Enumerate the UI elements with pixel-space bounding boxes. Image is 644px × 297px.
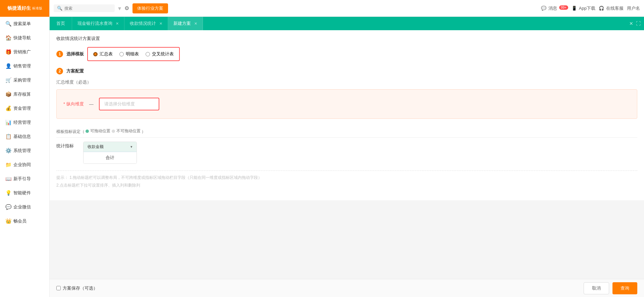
- search-input[interactable]: [64, 6, 111, 11]
- step2-header: 2 方案配置: [56, 68, 637, 75]
- search-icon: 🔍: [57, 6, 62, 11]
- draggable-dot: [86, 130, 89, 133]
- metrics-dropdown-icon[interactable]: ▾: [130, 145, 132, 149]
- top-header: 🔍 ▾ ⚙ 体验行业方案 💬 消息 99+ 📱 App下载 🎧 在线客服 用户名: [50, 0, 644, 17]
- sidebar-item-operations[interactable]: 📊 经营管理: [0, 115, 49, 130]
- brand-name: 畅捷通好生: [7, 5, 31, 11]
- radio-detail-label: 明细表: [126, 51, 139, 57]
- sidebar-label-inventory: 库存核算: [13, 91, 31, 97]
- basic-info-icon: 📋: [5, 134, 11, 140]
- tab-collection-stats[interactable]: 收款情况统计 ✕: [124, 17, 168, 30]
- sidebar-item-quick-nav[interactable]: 🏠 快捷导航: [0, 31, 49, 45]
- sidebar-label-finance: 资金管理: [13, 105, 31, 111]
- sidebar-item-system[interactable]: ⚙️ 系统管理: [0, 144, 49, 158]
- draggable-label: 可拖动位置: [90, 128, 110, 134]
- system-icon: ⚙️: [5, 148, 11, 154]
- page-container: 收款情况统计方案设置 1 选择模板 汇总表: [50, 30, 644, 200]
- tab-home-label: 首页: [56, 20, 65, 27]
- sidebar-item-search-menu[interactable]: 🔍 搜索菜单: [0, 17, 49, 31]
- content-area: 收款情况统计方案设置 1 选择模板 汇总表: [50, 30, 644, 279]
- beginner-guide-icon: 📖: [5, 176, 11, 182]
- sidebar-item-smart-hardware[interactable]: 💡 智能硬件: [0, 186, 49, 200]
- radio-detail-input[interactable]: [119, 52, 124, 56]
- sidebar-item-sales[interactable]: 👤 销售管理: [0, 59, 49, 73]
- save-checkbox[interactable]: [56, 286, 61, 290]
- sidebar-item-beginner-guide[interactable]: 📖 新手引导: [0, 172, 49, 186]
- search-box[interactable]: 🔍: [54, 4, 115, 12]
- footer-bar: 方案保存（可选） 取消 查询: [50, 279, 644, 297]
- sidebar-label-marketing: 营销推广: [13, 49, 31, 55]
- sidebar-item-marketing[interactable]: 🎁 营销推广: [0, 45, 49, 59]
- search-menu-icon: 🔍: [5, 21, 11, 27]
- tab-home[interactable]: 首页: [50, 17, 72, 30]
- step1-header: 1 选择模板 汇总表 明细表: [56, 47, 637, 61]
- smart-hardware-icon: 💡: [5, 190, 11, 196]
- step1-title: 选择模板: [66, 51, 84, 57]
- tab-new-plan[interactable]: 新建方案 ✕: [168, 17, 203, 30]
- message-action[interactable]: 💬 消息 99+: [541, 5, 568, 11]
- non-draggable-indicator: 不可拖动位置: [112, 128, 141, 134]
- radio-summary-label: 汇总表: [100, 51, 113, 57]
- query-button[interactable]: 查询: [612, 282, 637, 294]
- cancel-button[interactable]: 取消: [584, 282, 609, 294]
- quick-nav-icon: 🏠: [5, 35, 11, 41]
- sidebar-item-basic-info[interactable]: 📋 基础信息: [0, 130, 49, 144]
- dimension-row: * 纵向维度 — 请选择分组维度: [63, 98, 630, 110]
- gear-icon[interactable]: ⚙: [124, 5, 129, 11]
- radio-summary[interactable]: 汇总表: [93, 51, 113, 57]
- finance-icon: 💰: [5, 105, 11, 111]
- sidebar-item-enterprise-collab[interactable]: 📁 企业协同: [0, 158, 49, 172]
- tab-bar-end: ✕ ⛶: [626, 17, 644, 30]
- download-label: App下载: [579, 5, 595, 11]
- message-badge: 99+: [559, 5, 568, 10]
- tab-new-plan-close[interactable]: ✕: [194, 21, 197, 26]
- member-icon: 👑: [5, 218, 11, 224]
- dimension-section-title: 汇总维度（必选）: [56, 79, 637, 85]
- dropdown-arrow-icon[interactable]: ▾: [118, 5, 121, 12]
- sidebar-item-finance[interactable]: 💰 资金管理: [0, 101, 49, 115]
- sidebar-label-basic-info: 基础信息: [13, 134, 31, 140]
- tip-2-text: 2.点击标题栏下拉可设置排序、插入列和删除列: [56, 183, 140, 188]
- tab-collection-stats-close[interactable]: ✕: [159, 21, 162, 26]
- message-label: 消息: [548, 5, 557, 11]
- window-close-icon[interactable]: ✕: [629, 21, 633, 26]
- step2-section: 2 方案配置 汇总维度（必选） * 纵向维度 — 请选择分组维度: [56, 68, 637, 188]
- metrics-table-header[interactable]: 收款金额 ▾: [84, 142, 137, 152]
- dimension-arrow: —: [89, 102, 94, 107]
- dimension-select[interactable]: 请选择分组维度: [99, 98, 159, 110]
- sidebar-label-quick-nav: 快捷导航: [13, 35, 31, 41]
- radio-cross[interactable]: 交叉统计表: [146, 51, 174, 57]
- step2-title: 方案配置: [66, 68, 84, 74]
- sidebar-item-enterprise-wechat[interactable]: 💬 企业微信: [0, 200, 49, 214]
- window-expand-icon[interactable]: ⛶: [636, 21, 641, 26]
- metrics-title-text: 模板指标设定（: [56, 129, 85, 134]
- metrics-section-title: 模板指标设定（ 可拖动位置 不可拖动位置 ）: [56, 128, 146, 135]
- stats-label: 统计指标: [56, 142, 76, 149]
- service-label: 在线客服: [606, 5, 624, 11]
- sidebar-item-purchase[interactable]: 🛒 采购管理: [0, 73, 49, 87]
- user-label: 用户名: [627, 5, 640, 11]
- download-action[interactable]: 📱 App下载: [572, 5, 595, 11]
- page-title: 收款情况统计方案设置: [56, 36, 637, 42]
- sidebar-label-beginner-guide: 新手引导: [13, 176, 31, 182]
- sidebar-label-search-menu: 搜索菜单: [13, 21, 31, 27]
- metrics-table-cell: 合计: [84, 152, 137, 163]
- non-draggable-dot: [112, 130, 115, 133]
- service-action[interactable]: 🎧 在线客服: [599, 5, 624, 11]
- sidebar-item-member[interactable]: 👑 畅会员: [0, 214, 49, 228]
- sidebar: 畅捷通好生 标准版 🔍 搜索菜单 🏠 快捷导航 🎁 营销推广 👤 销售管理 🛒 …: [0, 0, 50, 297]
- step1-section: 1 选择模板 汇总表 明细表: [56, 47, 637, 61]
- radio-summary-input[interactable]: [93, 52, 98, 56]
- step1-number: 1: [56, 51, 63, 57]
- sidebar-label-smart-hardware: 智能硬件: [13, 190, 31, 196]
- user-action[interactable]: 用户名: [627, 5, 640, 11]
- radio-detail[interactable]: 明细表: [119, 51, 139, 57]
- save-checkbox-label[interactable]: 方案保存（可选）: [56, 285, 98, 291]
- sidebar-label-member: 畅会员: [13, 218, 26, 224]
- sidebar-item-inventory[interactable]: 📦 库存核算: [0, 87, 49, 101]
- industry-button[interactable]: 体验行业方案: [132, 3, 168, 13]
- tab-bar: 首页 现金银行流水查询 ✕ 收款情况统计 ✕ 新建方案 ✕ ✕ ⛶: [50, 17, 644, 30]
- radio-cross-input[interactable]: [146, 52, 150, 56]
- tab-bank-flow-close[interactable]: ✕: [116, 21, 119, 26]
- tab-bank-flow[interactable]: 现金银行流水查询 ✕: [72, 17, 124, 30]
